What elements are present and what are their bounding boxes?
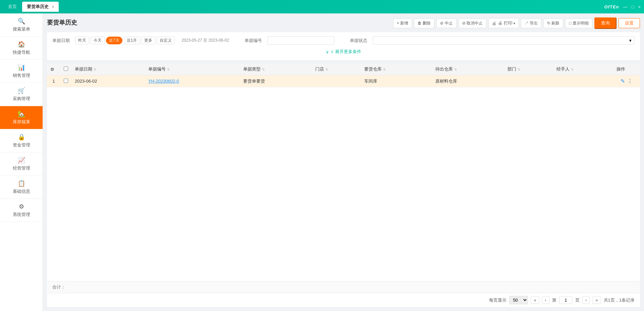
sidebar-item-search-menu-label: 搜索菜单 [13, 26, 30, 32]
new-button[interactable]: + 新增 [393, 18, 412, 28]
summary-row: 合计： [47, 281, 640, 293]
sidebar-item-system[interactable]: ⚙ 系统管理 [0, 199, 43, 222]
main-layout: 🔍 搜索菜单 🏠 快捷导航 📊 销售管理 🛒 采购管理 🏡 库存核算 🔒 资金管… [0, 13, 644, 311]
cell-dept [504, 75, 553, 87]
table-header-row: ⚙ 单据日期 ⇅ 单据编号 ⇅ [47, 63, 640, 75]
current-page-input[interactable] [559, 296, 573, 304]
status-dropdown-icon: ▾ [629, 38, 632, 43]
sort-doctype-icon[interactable]: ⇅ [262, 68, 265, 71]
page-header: 要货单历史 + 新增 🗑 删除 ⊘ 中止 ⊘ 取消中止 🖨 🖨 打印 ▾ ↗ 导… [47, 17, 640, 29]
stop-button[interactable]: ⊘ 中止 [436, 18, 456, 28]
col-handler: 经手人 ⇅ [553, 63, 613, 75]
last-page-button[interactable]: » [592, 296, 601, 304]
sort-store-icon[interactable]: ⇅ [325, 68, 328, 71]
sidebar-item-quick-nav[interactable]: 🏠 快捷导航 [0, 37, 43, 60]
sidebar-item-inventory[interactable]: 🏡 库存核算 [0, 106, 43, 129]
sort-waitwarehouse-icon[interactable]: ⇅ [454, 68, 457, 71]
date-btn-more[interactable]: 更多 [141, 37, 155, 44]
date-btn-yesterday[interactable]: 昨天 [75, 37, 89, 44]
tab-home[interactable]: 首页 [3, 2, 21, 12]
header-toolbar: + 新增 🗑 删除 ⊘ 中止 ⊘ 取消中止 🖨 🖨 打印 ▾ ↗ 导出 ↻ 刷新… [393, 17, 640, 29]
cancel-stop-button[interactable]: ⊘ 取消中止 [459, 18, 486, 28]
window-controls: OfTEn — □ × [604, 4, 641, 9]
tab-history[interactable]: 要货单历史 × [22, 2, 59, 12]
cell-docno[interactable]: YH-20230602-0 [145, 75, 240, 87]
date-btn-today[interactable]: 今天 [91, 37, 105, 44]
sidebar-item-purchase[interactable]: 🛒 采购管理 [0, 83, 43, 106]
date-buttons: 昨天 今天 近7天 近1月 更多 自定义 [75, 37, 175, 44]
sort-docdate-icon[interactable]: ⇅ [94, 68, 96, 71]
delete-button[interactable]: 🗑 删除 [414, 18, 434, 28]
system-icon: ⚙ [19, 203, 24, 210]
sidebar-item-basic[interactable]: 📋 基础信息 [0, 176, 43, 199]
content-area: 要货单历史 + 新增 🗑 删除 ⊘ 中止 ⊘ 取消中止 🖨 🖨 打印 ▾ ↗ 导… [43, 13, 644, 311]
data-table: ⚙ 单据日期 ⇅ 单据编号 ⇅ [47, 63, 640, 87]
date-range-display: 2023-05-27 至 2023-06-02 [181, 38, 229, 43]
more-action-icon[interactable]: ⋮ [627, 78, 633, 84]
sidebar: 🔍 搜索菜单 🏠 快捷导航 📊 销售管理 🛒 采购管理 🏡 库存核算 🔒 资金管… [0, 13, 43, 311]
finance-icon: 🔒 [18, 133, 25, 141]
sort-dept-icon[interactable]: ⇅ [518, 68, 520, 71]
purchase-icon: 🛒 [18, 87, 25, 94]
sidebar-item-system-label: 系统管理 [13, 212, 30, 218]
tab-home-label: 首页 [8, 4, 17, 9]
query-button[interactable]: 查询 [594, 17, 616, 29]
sidebar-item-sales[interactable]: 📊 销售管理 [0, 60, 43, 83]
col-action: 操作 [613, 63, 640, 75]
table-row: 1 2023-06-02 YH-20230602-0 要货单要货 车间库 原材料… [47, 75, 640, 87]
sort-handler-icon[interactable]: ⇅ [571, 68, 574, 71]
maximize-btn[interactable]: □ [632, 4, 634, 9]
col-settings[interactable]: ⚙ [47, 63, 60, 75]
brand-label: OfTEn [604, 4, 619, 9]
col-waitwarehouse: 待出仓库 ⇅ [432, 63, 504, 75]
cell-checkbox[interactable] [60, 75, 71, 87]
first-page-button[interactable]: « [531, 296, 539, 304]
table-body: 1 2023-06-02 YH-20230602-0 要货单要货 车间库 原材料… [47, 75, 640, 87]
sidebar-item-sales-label: 销售管理 [13, 73, 30, 79]
filter-area: 单据日期 昨天 今天 近7天 近1月 更多 自定义 2023-05-27 至 2… [47, 32, 640, 60]
cell-waitwarehouse: 原材料仓库 [432, 75, 504, 87]
sidebar-item-search-menu[interactable]: 🔍 搜索菜单 [0, 13, 43, 37]
page-size-select[interactable]: 10 20 50 100 [509, 296, 528, 304]
col-checkbox[interactable] [60, 63, 71, 75]
cell-doctype: 要货单要货 [240, 75, 312, 87]
table-scroll[interactable]: ⚙ 单据日期 ⇅ 单据编号 ⇅ [47, 63, 640, 281]
col-doctype: 单据类型 ⇅ [240, 63, 312, 75]
docno-input[interactable] [267, 36, 334, 45]
row-checkbox[interactable] [64, 79, 68, 83]
date-btn-7days[interactable]: 近7天 [106, 37, 122, 44]
expand-conditions-button[interactable]: ∨ ∨ 展开更多条件 [323, 47, 364, 56]
sidebar-item-inventory-label: 库存核算 [13, 119, 30, 125]
pagination-bar: 每页显示 10 20 50 100 « ‹ 第 页 › » 共1页，1条记录 [47, 293, 640, 307]
col-store: 门店 ⇅ [312, 63, 361, 75]
edit-action-icon[interactable]: ✎ [621, 78, 625, 84]
refresh-button[interactable]: ↻ 刷新 [543, 18, 563, 28]
top-bar: 首页 要货单历史 × OfTEn — □ × [0, 0, 644, 13]
sort-reqwarehouse-icon[interactable]: ⇅ [383, 68, 386, 71]
tab-close-icon[interactable]: × [52, 5, 54, 9]
settings-button[interactable]: 设置 [619, 18, 640, 28]
next-page-button[interactable]: › [582, 296, 590, 304]
select-all-checkbox[interactable] [64, 66, 68, 71]
prev-page-button[interactable]: ‹ [542, 296, 549, 304]
sales-icon: 📊 [18, 64, 25, 71]
close-btn[interactable]: × [638, 4, 641, 9]
page-unit-label: 页 [575, 297, 580, 303]
col-dept: 部门 ⇅ [504, 63, 553, 75]
total-info: 共1页，1条记录 [604, 297, 635, 303]
cell-action: ✎ ⋮ [613, 75, 640, 87]
sidebar-item-finance[interactable]: 🔒 资金管理 [0, 129, 43, 152]
export-button[interactable]: ↗ 导出 [521, 18, 541, 28]
show-detail-button[interactable]: □ 显示明细 [565, 18, 592, 28]
sort-docno-icon[interactable]: ⇅ [167, 68, 170, 71]
tab-history-label: 要货单历史 [27, 4, 49, 9]
tab-bar: 首页 要货单历史 × [3, 2, 604, 12]
sidebar-item-operations[interactable]: 📈 经营管理 [0, 152, 43, 176]
date-btn-custom[interactable]: 自定义 [157, 37, 175, 44]
minimize-btn[interactable]: — [623, 4, 628, 9]
col-docdate: 单据日期 ⇅ [71, 63, 145, 75]
date-btn-1month[interactable]: 近1月 [124, 37, 140, 44]
status-select[interactable]: ▾ [373, 36, 635, 45]
sidebar-item-basic-label: 基础信息 [13, 188, 30, 194]
print-button[interactable]: 🖨 🖨 打印 ▾ [488, 18, 519, 28]
